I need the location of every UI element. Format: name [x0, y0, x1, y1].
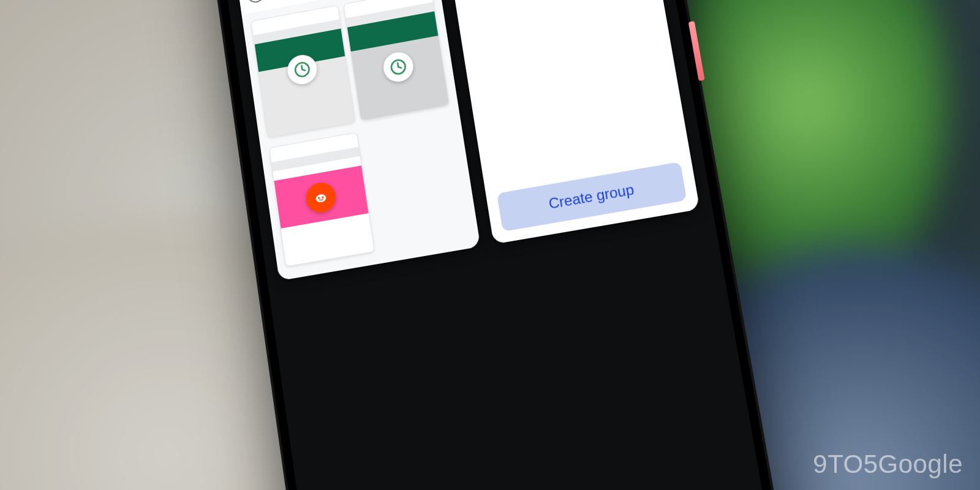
clock-icon: [246, 0, 266, 4]
tab-group-card[interactable]: 3 tabs ✕: [236, 0, 480, 281]
tab-card-flags[interactable]: chrome://flags ✕ Search flags Reset all: [445, 0, 699, 244]
grouped-tab-thumbnail: [251, 5, 355, 138]
grouped-tab-thumbnail: [268, 132, 374, 267]
create-group-button[interactable]: Create group: [497, 162, 687, 232]
flags-reset-link[interactable]: Reset all to default: [467, 0, 650, 26]
watermark: 9TO5Google: [813, 450, 963, 479]
grouped-tab-thumbnail: [343, 0, 450, 121]
